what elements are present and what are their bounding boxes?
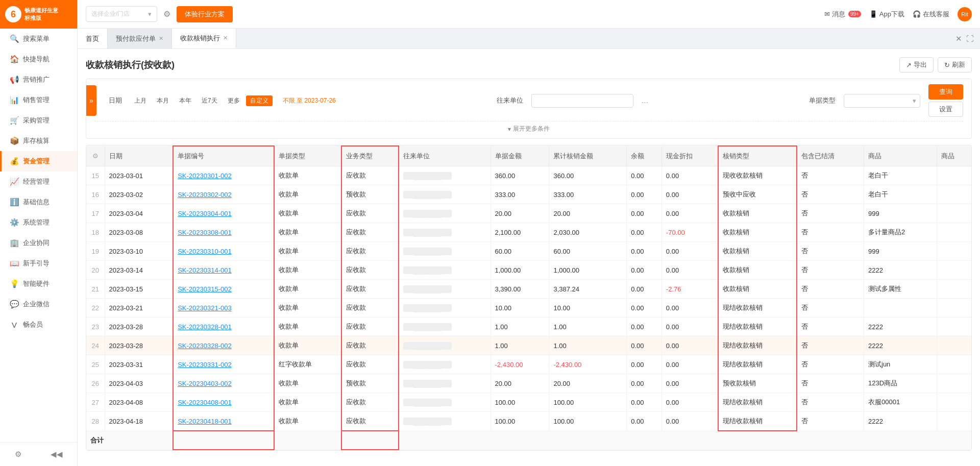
topbar-app-item[interactable]: 📱 App下载 [869,10,904,19]
sidebar-item-search[interactable]: 🔍 搜索菜单 [0,29,77,49]
sidebar-item-enterprise[interactable]: 🏢 企业协同 [0,233,77,253]
td-voucher-no: SK-20230408-001 [173,393,274,412]
voucher-type-label: 单据类型 [809,96,836,105]
tab-receipt-close[interactable]: ✕ [223,35,228,41]
td-partner: ██████ [399,261,491,280]
td-cash-discount: 0.00 [662,374,718,393]
tab-home[interactable]: 首页 [78,29,108,48]
data-table-container: ⚙ 日期 单据编号 单据类型 业务类型 往来单位 单据金额 累计核销金额 余额 … [86,145,972,451]
partner-more-icon[interactable]: ... [642,96,648,105]
th-amount: 单据金额 [491,146,549,166]
refresh-button[interactable]: ↻ 刷新 [938,57,972,72]
pill-more[interactable]: 更多 [224,95,244,106]
th-cash-discount: 现金折扣 [662,146,718,166]
td-no: 20 [86,261,105,280]
td-write-off-type: 预收中应收 [718,185,796,204]
setting-button[interactable]: 设置 [928,102,963,117]
enterprise-icon: 🏢 [10,238,19,248]
td-amount: 1.00 [491,336,549,355]
sidebar-item-guide[interactable]: 📖 新手引导 [0,253,77,274]
store-placeholder: 选择企业/门店 [91,10,146,18]
tabbar: 首页 预付款应付单 ✕ 收款核销执行 ✕ ✕ ⛶ [78,29,980,49]
sales-icon: 📊 [10,95,19,105]
td-product: 2222 [864,336,937,355]
td-voucher-type: 收款单 [274,261,342,280]
tab-receipt[interactable]: 收款核销执行 ✕ [172,29,236,48]
td-date: 2023-03-21 [105,299,173,317]
td-write-off-amount: 20.00 [549,374,627,393]
td-date: 2023-03-28 [105,317,173,336]
td-no: 22 [86,299,105,317]
partner-input[interactable] [531,94,633,108]
td-product2 [937,204,971,223]
sidebar-item-member[interactable]: V 畅会员 [0,314,77,335]
tab-prepay-close[interactable]: ✕ [159,35,163,42]
sidebar-item-inventory[interactable]: 📦 库存核算 [0,131,77,151]
table-row: 25 2023-03-31 SK-20230331-002 红字收款单 应收款 … [86,355,971,374]
td-balance: 0.00 [627,299,662,317]
pill-custom[interactable]: 自定义 [246,95,273,106]
industry-solution-button[interactable]: 体验行业方案 [177,6,233,22]
td-cash-discount: 0.00 [662,166,718,185]
td-product2 [937,336,971,355]
topbar-service-item[interactable]: 🎧 在线客服 [913,10,949,19]
th-partner: 往来单位 [399,146,491,166]
table-row: 24 2023-03-28 SK-20230328-002 收款单 应收款 ██… [86,336,971,355]
sidebar-item-marketing[interactable]: 📢 营销推广 [0,69,77,90]
sidebar-item-wechat[interactable]: 💬 企业微信 [0,294,77,314]
message-badge: 99+ [848,11,861,17]
filter-expand-sidebar-btn[interactable]: » [86,85,96,116]
topbar-gear-icon[interactable]: ⚙ [163,9,170,19]
voucher-type-select[interactable] [844,94,920,108]
table-row: 15 2023-03-01 SK-20230301-002 收款单 应收款 ██… [86,166,971,185]
export-button[interactable]: ↗ 导出 [899,57,934,72]
table-row: 23 2023-03-28 SK-20230328-001 收款单 应收款 ██… [86,317,971,336]
td-cash-discount: -70.00 [662,223,718,242]
td-write-off-amount: 360.00 [549,166,627,185]
query-button[interactable]: 查询 [928,84,963,100]
page-container: 收款核销执行(按收款) ↗ 导出 ↻ 刷新 » 日期 [78,49,980,466]
td-write-off-amount: 100.00 [549,412,627,431]
sidebar-collapse-btn[interactable]: ◀◀ [46,448,67,461]
sidebar-settings-btn[interactable]: ⚙ [11,448,26,461]
sidebar-item-basic[interactable]: ℹ️ 基础信息 [0,192,77,212]
td-include-settled: 否 [797,336,864,355]
td-date: 2023-03-31 [105,355,173,374]
sidebar-item-quicknav[interactable]: 🏠 快捷导航 [0,49,77,69]
td-voucher-type: 收款单 [274,299,342,317]
pill-7days[interactable]: 近7天 [198,95,222,106]
tab-maximize-btn[interactable]: ⛶ [966,34,974,43]
date-pills: 上月 本月 本年 近7天 更多 自定义 [130,95,273,106]
pill-last-month[interactable]: 上月 [130,95,151,106]
td-partner: ██████ [399,280,491,299]
basic-icon: ℹ️ [10,198,19,207]
tab-prepay[interactable]: 预付款应付单 ✕ [108,29,172,48]
td-balance: 0.00 [627,242,662,261]
td-product: 999 [864,242,937,261]
filter-action-btns: 查询 设置 [928,84,963,117]
sidebar-item-finance[interactable]: 💰 资金管理 [0,151,77,171]
td-voucher-type: 收款单 [274,280,342,299]
sidebar-item-sales[interactable]: 📊 销售管理 [0,90,77,110]
sidebar-item-operation[interactable]: 📈 经营管理 [0,171,77,192]
td-date: 2023-03-02 [105,185,173,204]
table-row: 26 2023-04-03 SK-20230403-002 收款单 预收款 ██… [86,374,971,393]
expand-more-btn[interactable]: ▾ 展开更多条件 [508,125,550,133]
sidebar-item-hardware[interactable]: 💡 智能硬件 [0,274,77,294]
td-voucher-type: 收款单 [274,412,342,431]
pill-this-year[interactable]: 本年 [175,95,195,106]
message-icon: ✉ [824,10,830,18]
tab-close-window-btn[interactable]: ✕ [955,34,962,43]
td-include-settled: 否 [797,355,864,374]
topbar-message-item[interactable]: ✉ 消息 99+ [824,10,861,19]
sidebar-item-system[interactable]: ⚙️ 系统管理 [0,212,77,233]
sidebar-item-purchase[interactable]: 🛒 采购管理 [0,110,77,131]
th-settings[interactable]: ⚙ [86,146,105,166]
topbar-store-dropdown[interactable]: 选择企业/门店 ▾ [86,6,157,22]
td-date: 2023-04-18 [105,412,173,431]
td-partner: ██████ [399,299,491,317]
topbar-avatar[interactable]: Rit [958,7,972,21]
td-no: 21 [86,280,105,299]
pill-this-month[interactable]: 本月 [153,95,173,106]
td-write-off-amount: 100.00 [549,393,627,412]
